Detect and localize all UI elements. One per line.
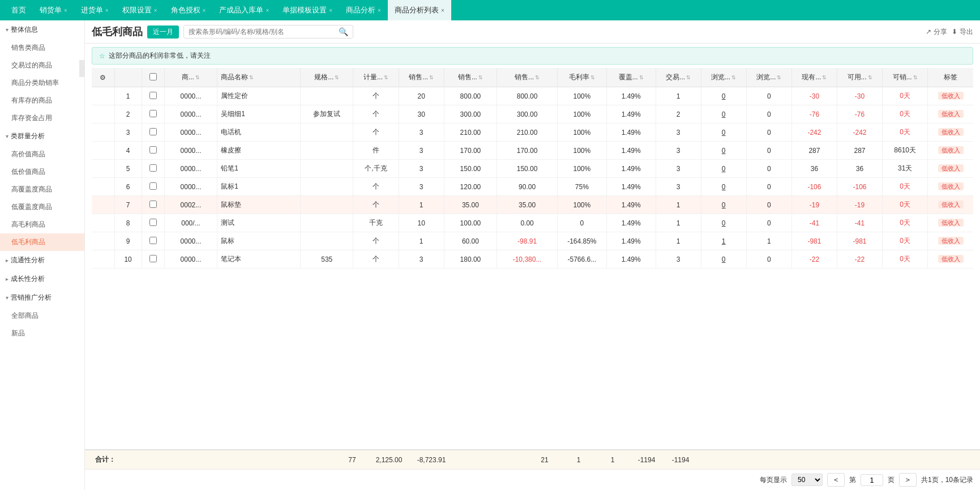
col-view1-cell[interactable]: 0 bbox=[701, 196, 746, 214]
nav-home[interactable]: 首页 bbox=[5, 0, 33, 20]
sidebar-group-growth-analysis[interactable]: ▸ 成长性分析 bbox=[0, 270, 84, 288]
row-checkbox[interactable] bbox=[149, 128, 157, 135]
col-check-cell[interactable] bbox=[142, 160, 164, 178]
page-input[interactable] bbox=[861, 474, 883, 486]
col-check-cell[interactable] bbox=[142, 250, 164, 269]
col-header-saleable[interactable]: 可销...⇅ bbox=[883, 68, 928, 87]
sidebar-item-sales-goods[interactable]: 销售类商品 bbox=[0, 39, 84, 57]
row-checkbox[interactable] bbox=[149, 110, 157, 117]
select-all-checkbox[interactable] bbox=[149, 73, 157, 80]
col-check-cell[interactable] bbox=[142, 142, 164, 160]
row-checkbox[interactable] bbox=[149, 92, 157, 99]
filter-recent-month-button[interactable]: 近一月 bbox=[147, 25, 179, 39]
col-header-stock[interactable]: 现有...⇅ bbox=[791, 68, 837, 87]
close-icon[interactable]: × bbox=[378, 7, 381, 14]
row-checkbox[interactable] bbox=[149, 255, 157, 262]
export-button[interactable]: ⬇ 导出 bbox=[952, 27, 973, 37]
row-checkbox[interactable] bbox=[149, 182, 157, 190]
sidebar-group-overall-info[interactable]: ▾ 整体信息 bbox=[0, 20, 84, 39]
sidebar-item-low-profit[interactable]: 低毛利商品 bbox=[0, 233, 84, 251]
col-sale-qty-cell: 3 bbox=[399, 142, 444, 160]
sidebar-item-low-value[interactable]: 低价值商品 bbox=[0, 163, 84, 181]
sidebar-item-traded-goods[interactable]: 交易过的商品 bbox=[0, 57, 84, 74]
col-header-view1[interactable]: 浏览...⇅ bbox=[701, 68, 746, 87]
col-header-cover[interactable]: 覆盖...⇅ bbox=[606, 68, 656, 87]
col-check-cell[interactable] bbox=[142, 196, 164, 214]
col-header-sale-price[interactable]: 销售...⇅ bbox=[444, 68, 497, 87]
col-check-cell[interactable] bbox=[142, 232, 164, 250]
col-check-cell[interactable] bbox=[142, 87, 164, 105]
next-page-button[interactable]: ＞ bbox=[899, 473, 917, 487]
nav-product-inbound[interactable]: 产成品入库单 × bbox=[212, 0, 276, 20]
col-header-code[interactable]: 商...⇅ bbox=[164, 68, 217, 87]
col-header-setting[interactable]: ⚙ bbox=[92, 68, 114, 87]
search-input[interactable] bbox=[189, 28, 339, 36]
col-header-avail[interactable]: 可用...⇅ bbox=[837, 68, 882, 87]
col-trade-cell: 3 bbox=[656, 160, 701, 178]
sidebar-group-cluster-analysis[interactable]: ▾ 类群量分析 bbox=[0, 127, 84, 146]
per-page-select[interactable]: 50 20 100 bbox=[791, 474, 823, 486]
col-view1-cell[interactable]: 1 bbox=[701, 232, 746, 250]
col-header-gross-rate[interactable]: 毛利率⇅ bbox=[557, 68, 606, 87]
col-check-cell[interactable] bbox=[142, 214, 164, 232]
col-header-check[interactable] bbox=[142, 68, 164, 87]
nav-sales-order[interactable]: 销货单 × bbox=[33, 0, 74, 20]
share-button[interactable]: ↗ 分享 bbox=[926, 27, 947, 37]
col-view1-cell[interactable]: 0 bbox=[701, 87, 746, 105]
col-header-unit[interactable]: 计量...⇅ bbox=[353, 68, 399, 87]
row-checkbox[interactable] bbox=[149, 201, 157, 208]
col-view1-cell[interactable]: 0 bbox=[701, 214, 746, 232]
row-checkbox[interactable] bbox=[149, 237, 157, 244]
col-check-cell[interactable] bbox=[142, 178, 164, 196]
col-num-cell: 3 bbox=[114, 123, 142, 142]
col-header-spec[interactable]: 规格...⇅ bbox=[301, 68, 353, 87]
col-view1-cell[interactable]: 0 bbox=[701, 178, 746, 196]
sidebar-group-marketing-analysis[interactable]: ▾ 营销推广分析 bbox=[0, 288, 84, 307]
row-checkbox[interactable] bbox=[149, 164, 157, 172]
close-icon[interactable]: × bbox=[154, 7, 157, 14]
nav-role-auth[interactable]: 角色授权 × bbox=[164, 0, 213, 20]
sidebar-item-stock-goods[interactable]: 有库存的商品 bbox=[0, 92, 84, 109]
col-check-cell[interactable] bbox=[142, 105, 164, 123]
close-icon[interactable]: × bbox=[441, 7, 444, 14]
table-row: 7 0002... 鼠标垫 个 1 35.00 35.00 100% 1.49%… bbox=[92, 196, 973, 214]
col-header-view2[interactable]: 浏览...⇅ bbox=[746, 68, 791, 87]
row-checkbox[interactable] bbox=[149, 219, 157, 226]
close-icon[interactable]: × bbox=[266, 7, 269, 14]
col-view1-cell[interactable]: 0 bbox=[701, 250, 746, 269]
col-view1-cell[interactable]: 0 bbox=[701, 105, 746, 123]
prev-page-button[interactable]: ＜ bbox=[827, 473, 845, 487]
sidebar-item-category-rate[interactable]: 商品分类助销率 bbox=[0, 74, 84, 92]
col-sale-qty-cell: 10 bbox=[399, 214, 444, 232]
row-checkbox[interactable] bbox=[149, 146, 157, 154]
nav-permission[interactable]: 权限设置 × bbox=[115, 0, 164, 20]
sidebar-collapse-btn[interactable]: 《 bbox=[79, 60, 85, 77]
col-view1-cell[interactable]: 0 bbox=[701, 142, 746, 160]
col-header-sale-profit[interactable]: 销售...⇅ bbox=[497, 68, 558, 87]
sidebar-item-new-goods[interactable]: 新品 bbox=[0, 325, 84, 342]
close-icon[interactable]: × bbox=[203, 7, 206, 14]
close-icon[interactable]: × bbox=[329, 7, 332, 14]
close-icon[interactable]: × bbox=[64, 7, 67, 14]
col-check-cell[interactable] bbox=[142, 123, 164, 142]
col-view1-cell[interactable]: 0 bbox=[701, 160, 746, 178]
nav-purchase-order[interactable]: 进货单 × bbox=[74, 0, 115, 20]
col-header-trade[interactable]: 交易...⇅ bbox=[656, 68, 701, 87]
close-icon[interactable]: × bbox=[105, 7, 109, 14]
sidebar-group-flow-analysis[interactable]: ▸ 流通性分析 bbox=[0, 251, 84, 270]
sidebar-item-capital-usage[interactable]: 库存资金占用 bbox=[0, 109, 84, 127]
nav-product-analysis[interactable]: 商品分析 × bbox=[339, 0, 388, 20]
sidebar-item-high-profit[interactable]: 高毛利商品 bbox=[0, 216, 84, 233]
sidebar-item-high-coverage[interactable]: 高覆盖度商品 bbox=[0, 181, 84, 198]
sidebar-item-high-value[interactable]: 高价值商品 bbox=[0, 146, 84, 163]
col-header-name[interactable]: 商品名称⇅ bbox=[217, 68, 301, 87]
sidebar-item-low-coverage[interactable]: 低覆盖度商品 bbox=[0, 198, 84, 216]
col-header-sale-qty[interactable]: 销售...⇅ bbox=[399, 68, 444, 87]
col-view1-cell[interactable]: 0 bbox=[701, 123, 746, 142]
sidebar-item-all-goods[interactable]: 全部商品 bbox=[0, 307, 84, 325]
nav-template-settings[interactable]: 单据模板设置 × bbox=[276, 0, 339, 20]
nav-product-analysis-list[interactable]: 商品分析列表 × bbox=[388, 0, 451, 20]
search-icon[interactable]: 🔍 bbox=[339, 27, 348, 36]
col-name-cell: 橡皮擦 bbox=[217, 142, 301, 160]
col-header-tag[interactable]: 标签 bbox=[928, 68, 973, 87]
